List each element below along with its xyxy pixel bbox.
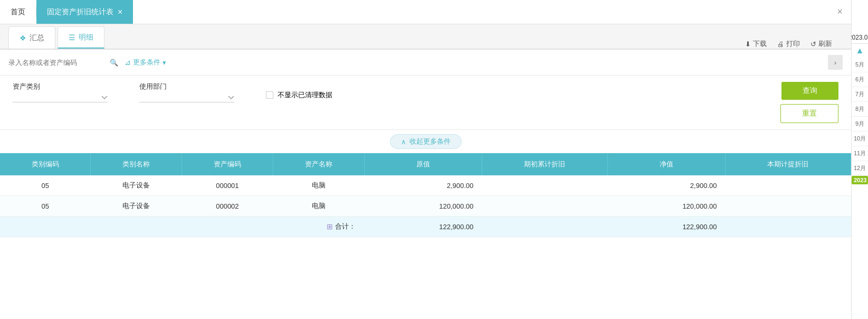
data-table: 类别编码 类别名称 资产编码 资产名称 原值 期初累计折旧 净值 本期计提折旧 … <box>0 153 851 237</box>
tab-detail[interactable]: ☰ 明细 <box>58 26 104 49</box>
cell-original: 2,900.00 <box>364 175 482 196</box>
cell-asset-name: 电脑 <box>273 196 364 217</box>
month-9[interactable]: 9月 <box>852 117 868 132</box>
cell-current <box>725 175 851 196</box>
top-nav: 首页 固定资产折旧统计表 × × <box>0 0 851 24</box>
month-6[interactable]: 6月 <box>852 72 868 87</box>
col-original: 原值 <box>364 153 482 175</box>
col-accumulated: 期初累计折旧 <box>482 153 607 175</box>
window-close-button[interactable]: × <box>837 6 851 17</box>
chevron-up-icon: ∧ <box>401 138 406 146</box>
chevron-down-icon: ▾ <box>163 59 166 67</box>
cell-asset-code: 000002 <box>182 196 273 217</box>
cell-category-code: 05 <box>0 196 91 217</box>
month-11[interactable]: 11月 <box>852 146 868 161</box>
table-header-row: 类别编码 类别名称 资产编码 资产名称 原值 期初累计折旧 净值 本期计提折旧 <box>0 153 851 175</box>
download-icon: ⬇ <box>745 40 751 48</box>
cell-current <box>725 196 851 217</box>
total-current <box>725 217 851 237</box>
table-row: 05 电子设备 000001 电脑 2,900.00 2,900.00 <box>0 175 851 196</box>
download-button[interactable]: ⬇ 下载 <box>745 39 767 49</box>
print-icon: 🖨 <box>777 40 784 48</box>
reset-button[interactable]: 重置 <box>780 104 838 123</box>
cell-category-name: 电子设备 <box>91 175 182 196</box>
chevron-down-icon <box>101 96 108 100</box>
cell-accumulated <box>482 196 607 217</box>
query-button[interactable]: 查询 <box>781 82 838 100</box>
collapse-button[interactable]: ∧ 收起更多条件 <box>390 134 462 149</box>
col-asset-code: 资产编码 <box>182 153 273 175</box>
toolbar-tabs: ❖ 汇总 ☰ 明细 ⬇ 下载 🖨 打印 ↺ 刷新 <box>0 24 851 50</box>
col-net: 净值 <box>607 153 725 175</box>
total-spacer2 <box>91 217 182 237</box>
extended-filter: 资产类别 使用部门 不显示已清理数据 查询 重置 <box>0 76 851 130</box>
tab-summary[interactable]: ❖ 汇总 <box>8 26 55 49</box>
download-label: 下载 <box>753 39 767 49</box>
more-conditions-label: 更多条件 <box>133 58 160 67</box>
tab-summary-label: 汇总 <box>30 33 44 43</box>
col-current: 本期计提折旧 <box>725 153 851 175</box>
refresh-icon: ↺ <box>810 40 816 48</box>
filter-icon: ⊿ <box>125 58 131 67</box>
right-sidebar: 2023.01 ▲ 5月 6月 7月 8月 9月 10月 11月 12月 202… <box>851 0 868 319</box>
total-row: ⊞ 合计： 122,900.00 122,900.00 <box>0 217 851 237</box>
collapse-bar: ∧ 收起更多条件 <box>0 130 851 153</box>
list-icon: ☰ <box>69 33 75 42</box>
total-net: 122,900.00 <box>607 217 725 237</box>
cell-asset-code: 000001 <box>182 175 273 196</box>
total-label: ⊞ 合计： <box>182 217 364 237</box>
close-tab-button[interactable]: × <box>118 7 122 17</box>
month-8[interactable]: 8月 <box>852 102 868 117</box>
filter-bar: 🔍 ⊿ 更多条件 ▾ › <box>0 50 851 76</box>
refresh-label: 刷新 <box>818 39 832 49</box>
search-icon[interactable]: 🔍 <box>110 59 118 67</box>
home-nav[interactable]: 首页 <box>0 0 36 24</box>
asset-category-dropdown[interactable] <box>13 93 108 102</box>
table-container: 类别编码 类别名称 资产编码 资产名称 原值 期初累计折旧 净值 本期计提折旧 … <box>0 153 851 319</box>
dept-dropdown[interactable] <box>139 93 234 102</box>
layers-icon: ❖ <box>20 34 26 42</box>
search-input[interactable] <box>8 59 103 67</box>
cell-asset-name: 电脑 <box>273 175 364 196</box>
print-label: 打印 <box>786 39 800 49</box>
scroll-up-button[interactable]: ▲ <box>854 44 866 58</box>
month-10[interactable]: 10月 <box>852 132 868 146</box>
total-accumulated <box>482 217 607 237</box>
more-conditions-button[interactable]: ⊿ 更多条件 ▾ <box>125 58 166 67</box>
arrow-right-icon: › <box>834 59 836 67</box>
month-7[interactable]: 7月 <box>852 87 868 102</box>
cell-net: 2,900.00 <box>607 175 725 196</box>
active-tab[interactable]: 固定资产折旧统计表 × <box>36 0 133 24</box>
total-original: 122,900.00 <box>364 217 482 237</box>
cell-category-code: 05 <box>0 175 91 196</box>
month-5[interactable]: 5月 <box>852 58 868 72</box>
calculator-icon: ⊞ <box>327 222 333 231</box>
total-spacer <box>0 217 91 237</box>
col-asset-name: 资产名称 <box>273 153 364 175</box>
col-category-code: 类别编码 <box>0 153 91 175</box>
filter-expand-arrow[interactable]: › <box>828 55 843 70</box>
asset-category-group: 资产类别 <box>13 82 108 102</box>
col-category-name: 类别名称 <box>91 153 182 175</box>
table-row: 05 电子设备 000002 电脑 120,000.00 120,000.00 <box>0 196 851 217</box>
print-button[interactable]: 🖨 打印 <box>777 39 800 49</box>
cell-category-name: 电子设备 <box>91 196 182 217</box>
active-tab-label: 固定资产折旧统计表 <box>47 7 113 17</box>
no-cleared-label: 不显示已清理数据 <box>278 90 332 100</box>
dept-group: 使用部门 <box>139 82 234 102</box>
filter-actions: 查询 重置 <box>780 82 838 129</box>
dept-label: 使用部门 <box>139 82 234 91</box>
cell-original: 120,000.00 <box>364 196 482 217</box>
asset-category-label: 资产类别 <box>13 82 108 91</box>
chevron-down-icon <box>228 96 234 100</box>
cell-accumulated <box>482 175 607 196</box>
refresh-button[interactable]: ↺ 刷新 <box>810 39 832 49</box>
no-cleared-checkbox[interactable] <box>266 91 273 99</box>
year-badge[interactable]: 2023 <box>852 176 868 184</box>
collapse-label: 收起更多条件 <box>409 137 451 146</box>
cell-net: 120,000.00 <box>607 196 725 217</box>
toolbar-actions: ⬇ 下载 🖨 打印 ↺ 刷新 <box>745 39 843 49</box>
tab-detail-label: 明细 <box>79 33 93 42</box>
month-12[interactable]: 12月 <box>852 161 868 176</box>
no-cleared-group: 不显示已清理数据 <box>266 90 332 100</box>
